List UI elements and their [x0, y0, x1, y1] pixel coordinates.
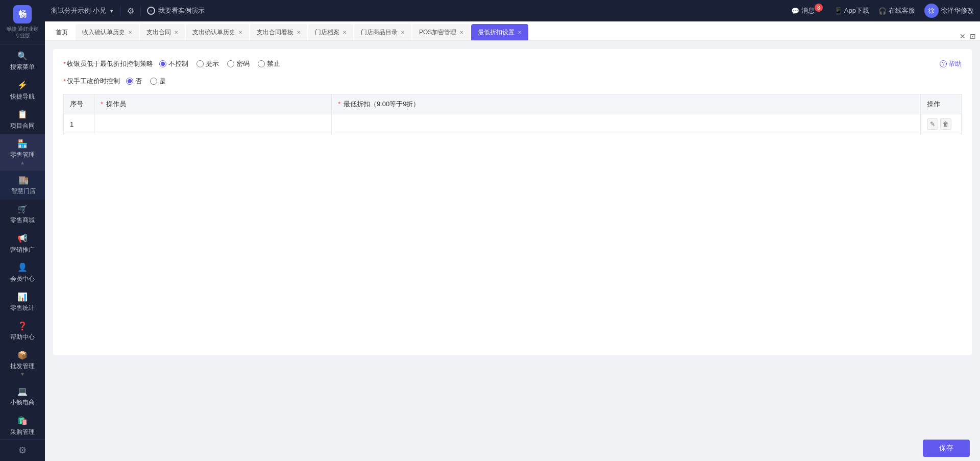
- manual-price-yes-label: 是: [159, 77, 166, 86]
- strategy-password[interactable]: 密码: [227, 59, 250, 68]
- strategy-forbid-label: 禁止: [267, 59, 280, 68]
- online-service-label: 在线客服: [889, 6, 915, 15]
- tab-payment-contract-close-icon[interactable]: ✕: [174, 30, 178, 35]
- cell-actions: ✎ 🗑: [921, 114, 962, 134]
- retail-icon: 🏪: [17, 138, 28, 150]
- tab-store-file[interactable]: 门店档案 ✕: [308, 24, 353, 40]
- app-download-icon: 📱: [834, 7, 842, 15]
- tab-payment-confirm[interactable]: 支出确认单历史 ✕: [186, 24, 249, 40]
- sidebar-item-member[interactable]: 👤 会员中心: [0, 258, 45, 287]
- sidebar-item-smart-store[interactable]: 🏬 智慧门店: [0, 171, 45, 200]
- tab-store-file-close-icon[interactable]: ✕: [342, 30, 347, 35]
- cashier-strategy-label: * 收银员低于最低折扣控制策略: [63, 59, 153, 68]
- cell-operator: [94, 114, 332, 134]
- tab-store-catalog-close-icon[interactable]: ✕: [401, 30, 405, 35]
- cell-min-discount: [332, 114, 921, 134]
- tab-min-discount[interactable]: 最低折扣设置 ✕: [471, 24, 528, 40]
- wholesale-arrow-icon: ▼: [20, 371, 25, 378]
- tab-close-all-icon[interactable]: ✕: [960, 32, 966, 40]
- sidebar-item-quick-nav-label: 快捷导航: [10, 92, 35, 101]
- tab-income-confirm-close-icon[interactable]: ✕: [128, 30, 132, 35]
- col-seq: 序号: [64, 94, 94, 114]
- sidebar-bottom: ⚙: [0, 439, 45, 461]
- row-action-buttons: ✎ 🗑: [927, 118, 955, 130]
- member-icon: 👤: [17, 262, 28, 273]
- discount-table-body: 1 ✎ 🗑: [64, 114, 962, 134]
- topbar-demo-link[interactable]: ○ 我要看实例演示: [147, 6, 205, 15]
- manual-price-yes[interactable]: 是: [150, 77, 166, 86]
- topbar-online-service[interactable]: 🎧 在线客服: [878, 6, 915, 15]
- help-link[interactable]: ? 帮助: [940, 59, 962, 68]
- strategy-forbid[interactable]: 禁止: [258, 59, 280, 68]
- manual-price-no-input[interactable]: [126, 78, 133, 85]
- topbar-gear-icon[interactable]: ⚙: [127, 6, 134, 16]
- sidebar-item-retail-stats[interactable]: 📊 零售统计: [0, 287, 45, 317]
- discount-table-header-row: 序号 * 操作员 * 最低折扣（9.00等于9折） 操作: [64, 94, 962, 114]
- tab-payment-board[interactable]: 支出合同看板 ✕: [250, 24, 307, 40]
- strategy-no-control-input[interactable]: [159, 60, 166, 67]
- manual-price-no[interactable]: 否: [126, 77, 142, 86]
- tab-min-discount-close-icon[interactable]: ✕: [518, 30, 522, 35]
- strategy-remind-input[interactable]: [197, 60, 204, 67]
- sidebar-item-project[interactable]: 📋 项目合同: [0, 105, 45, 134]
- topbar-app-download[interactable]: 📱 App下载: [834, 6, 869, 15]
- topbar-user[interactable]: 徐 徐泽华修改: [924, 4, 974, 18]
- strategy-no-control[interactable]: 不控制: [159, 59, 188, 68]
- sidebar-logo: 畅 畅捷·通好业财专业版: [0, 0, 45, 44]
- strategy-forbid-input[interactable]: [258, 60, 265, 67]
- app-logo-text: 畅捷·通好业财专业版: [7, 26, 39, 39]
- sidebar-item-wholesale-label: 批发管理: [10, 362, 35, 371]
- topbar-demo-label: 我要看实例演示: [158, 6, 205, 15]
- strategy-password-input[interactable]: [227, 60, 234, 67]
- cashier-strategy-row: * 收银员低于最低折扣控制策略 不控制 提示 密码: [63, 59, 962, 68]
- sidebar-item-smart-store-label: 智慧门店: [11, 187, 36, 196]
- sidebar-item-wholesale[interactable]: 📦 批发管理 ▼: [0, 346, 45, 382]
- topbar-project-selector[interactable]: 测试分开示例·小兄 ▼: [51, 6, 114, 15]
- sidebar-item-retail-mall[interactable]: 🛒 零售商城: [0, 200, 45, 229]
- manual-price-yes-input[interactable]: [150, 78, 157, 85]
- tab-payment-board-close-icon[interactable]: ✕: [297, 30, 301, 35]
- online-service-icon: 🎧: [878, 7, 887, 15]
- app-logo-icon: 畅: [13, 5, 32, 23]
- sidebar-item-ecommerce[interactable]: 💻 小畅电商: [0, 382, 45, 411]
- message-icon: 💬: [791, 7, 799, 15]
- message-label: 消息: [801, 6, 815, 15]
- sidebar-item-quick-nav[interactable]: ⚡ 快捷导航: [0, 76, 45, 105]
- sidebar-item-search-label: 搜索菜单: [10, 63, 35, 71]
- tab-payment-confirm-label: 支出确认单历史: [192, 28, 235, 37]
- content-area: ? 帮助 * 收银员低于最低折扣控制策略 不控制 提示: [45, 41, 980, 435]
- strategy-password-label: 密码: [236, 59, 250, 68]
- tab-expand-icon[interactable]: ⊡: [970, 32, 976, 40]
- sidebar-item-purchase[interactable]: 🛍️ 采购管理: [0, 411, 45, 439]
- save-button[interactable]: 保存: [923, 440, 970, 457]
- sidebar-item-help[interactable]: ❓ 帮助中心: [0, 317, 45, 346]
- sidebar-item-retail[interactable]: 🏪 零售管理 ▲: [0, 134, 45, 171]
- strategy-remind[interactable]: 提示: [197, 59, 219, 68]
- tab-payment-confirm-close-icon[interactable]: ✕: [238, 30, 242, 35]
- discount-table-head: 序号 * 操作员 * 最低折扣（9.00等于9折） 操作: [64, 94, 962, 114]
- topbar-project-name: 测试分开示例·小兄: [51, 6, 106, 15]
- tab-home[interactable]: 首页: [49, 24, 75, 40]
- user-name: 徐泽华修改: [941, 6, 974, 15]
- cell-seq: 1: [64, 114, 94, 134]
- sidebar-settings-icon[interactable]: ⚙: [18, 445, 27, 456]
- tab-pos-password-close-icon[interactable]: ✕: [459, 30, 463, 35]
- topbar-message[interactable]: 💬 消息 8: [791, 6, 825, 15]
- tab-pos-password[interactable]: POS加密管理 ✕: [412, 24, 470, 40]
- project-icon: 📋: [17, 109, 28, 120]
- tab-payment-contract[interactable]: 支出合同 ✕: [140, 24, 185, 40]
- tab-income-confirm-label: 收入确认单历史: [82, 28, 125, 37]
- sidebar-item-search[interactable]: 🔍 搜索菜单: [0, 46, 45, 76]
- purchase-icon: 🛍️: [17, 415, 28, 426]
- sidebar-item-retail-stats-label: 零售统计: [10, 304, 35, 312]
- tab-store-catalog[interactable]: 门店商品目录 ✕: [354, 24, 411, 40]
- ecommerce-icon: 💻: [17, 386, 28, 397]
- edit-row-button[interactable]: ✎: [927, 118, 938, 130]
- sidebar-item-marketing[interactable]: 📢 营销推广: [0, 229, 45, 258]
- topbar-divider: [120, 6, 121, 16]
- topbar-divider2: [140, 6, 141, 16]
- tab-income-confirm[interactable]: 收入确认单历史 ✕: [76, 24, 139, 40]
- tab-store-file-label: 门店档案: [315, 28, 339, 37]
- delete-row-button[interactable]: 🗑: [940, 118, 951, 130]
- tab-store-catalog-label: 门店商品目录: [361, 28, 398, 37]
